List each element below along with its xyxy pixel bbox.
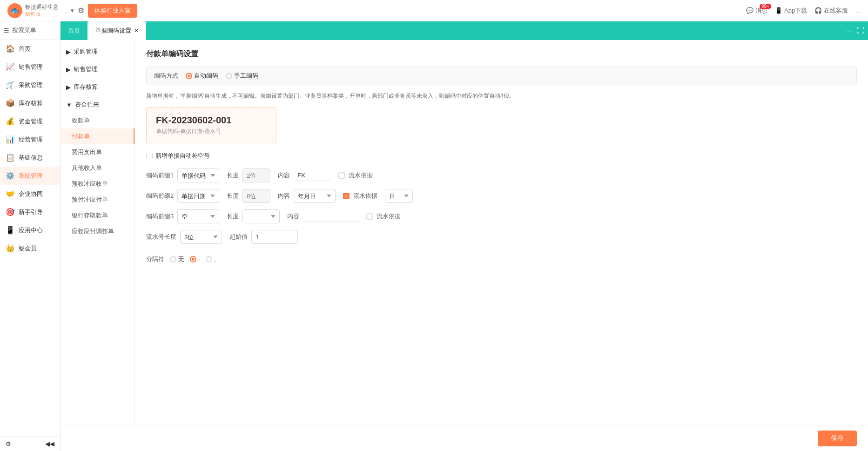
length2-field: 长度 <box>227 189 270 203</box>
sidebar-item-inventory[interactable]: 📦 库存核算 <box>0 94 60 112</box>
sidebar-item-newguide[interactable]: 🎯 新手引导 <box>0 203 60 221</box>
prefix1-select[interactable]: 单据代码 <box>177 168 219 182</box>
auto-encode-option[interactable]: 自动编码 <box>186 72 218 80</box>
tab-encoding[interactable]: 单据编码设置 ✕ <box>87 21 146 40</box>
header-right: 💬 消息 99+ 📱 App下载 🎧 在线客服 ... <box>746 7 861 15</box>
sub-group-purchase-title[interactable]: ▶ 采购管理 <box>61 44 135 60</box>
sidebar-collapse-icon[interactable]: ◀◀ <box>45 440 54 447</box>
sub-group-capital-title[interactable]: ▼ 资金往来 <box>61 97 135 113</box>
sub-item-receipt[interactable]: 收款单 <box>61 113 135 128</box>
sidebar-item-sales[interactable]: 📈 销售管理 <box>0 58 60 76</box>
sep-none-radio[interactable] <box>170 256 176 263</box>
message-icon: 💬 <box>746 7 754 14</box>
form-row-3: 编码前缀3 空 长度 内容 <box>146 209 857 223</box>
sub-group-inventory: ▶ 库存核算 <box>61 79 135 95</box>
watermark2-field: ✓ 流水依据 <box>343 192 377 200</box>
prefix1-field: 编码前缀1 单据代码 <box>146 168 219 182</box>
tab-close-icon[interactable]: ✕ <box>134 27 139 34</box>
sidebar-item-appcenter[interactable]: 📱 应用中心 <box>0 221 60 239</box>
content3-input[interactable] <box>303 211 359 222</box>
content1-label: 内容 <box>278 171 290 180</box>
sub-group-sales-title[interactable]: ▶ 销售管理 <box>61 61 135 77</box>
chevron-right-icon2: ▶ <box>66 66 71 73</box>
main-panel: 付款单编码设置 编码方式 自动编码 手工编码 <box>135 40 868 425</box>
code-preview-box: FK-20230602-001 单据代码-单据日期-流水号 <box>146 107 276 143</box>
sub-item-receivable-adjust[interactable]: 应收应付调整单 <box>61 223 135 239</box>
prefix2-label: 编码前缀2 <box>146 192 174 200</box>
save-button[interactable]: 保存 <box>818 431 857 446</box>
watermark1-checkbox[interactable] <box>338 172 345 179</box>
chevron-right-icon3: ▶ <box>66 84 71 91</box>
app-download-button[interactable]: 📱 App下载 <box>775 7 807 15</box>
start-value-input[interactable] <box>251 230 298 244</box>
enterprise-icon: 🤝 <box>6 189 15 198</box>
sidebar-item-home[interactable]: 🏠 首页 <box>0 40 60 58</box>
content2-select[interactable]: 年月日 <box>294 189 336 203</box>
sidebar-item-purchase[interactable]: 🛒 采购管理 <box>0 76 60 94</box>
length1-label: 长度 <box>227 171 239 180</box>
content3-field: 内容 <box>287 211 359 222</box>
newguide-icon: 🎯 <box>6 208 15 216</box>
manual-encode-option[interactable]: 手工编码 <box>226 72 258 80</box>
period2-select[interactable]: 日 月 年 <box>385 189 413 203</box>
online-service-button[interactable]: 🎧 在线客服 <box>814 7 848 15</box>
sidebar-item-enterprise[interactable]: 🤝 企业协同 <box>0 185 60 203</box>
tab-home[interactable]: 首页 <box>61 21 87 40</box>
watermark3-field: 流水依据 <box>366 212 401 221</box>
user-name[interactable]: ... <box>855 7 861 14</box>
service-icon: 🎧 <box>814 7 822 14</box>
watermark3-checkbox[interactable] <box>366 213 373 220</box>
member-icon: 👑 <box>6 244 15 253</box>
sub-item-advance-pay[interactable]: 预付冲应付单 <box>61 192 135 208</box>
length1-field: 长度 <box>227 168 270 182</box>
length1-input[interactable] <box>242 168 270 182</box>
auto-fill-label: 新增单据自动补空号 <box>155 152 210 160</box>
sidebar-item-base[interactable]: 📋 基础信息 <box>0 148 60 167</box>
sidebar-item-finance[interactable]: 💰 资金管理 <box>0 112 60 130</box>
auto-fill-checkbox[interactable] <box>146 153 153 159</box>
sep-dot-option[interactable]: . <box>206 256 216 263</box>
settings-icon[interactable]: ⚙ <box>78 6 84 15</box>
sep-dash-radio[interactable] <box>190 256 196 263</box>
prefix2-select[interactable]: 单据日期 <box>177 189 219 203</box>
length2-input[interactable] <box>242 189 270 203</box>
serial-row: 流水号长度 3位 4位 5位 6位 起始值 <box>146 230 857 244</box>
sidebar-settings-icon[interactable]: ⚙ <box>6 440 11 447</box>
prefix2-field: 编码前缀2 单据日期 <box>146 189 219 203</box>
length3-select[interactable] <box>242 209 280 223</box>
appcenter-icon: 📱 <box>6 226 15 235</box>
start-value-label: 起始值 <box>229 233 248 241</box>
watermark2-checkbox[interactable]: ✓ <box>343 193 350 199</box>
tab-minimize-icon[interactable]: — <box>846 27 853 35</box>
try-button[interactable]: 体验行业方案 <box>88 4 137 18</box>
page-title: 付款单编码设置 <box>146 49 857 59</box>
sub-item-payment[interactable]: 付款单 <box>61 128 135 144</box>
content1-field: 内容 <box>278 170 331 181</box>
tab-maximize-icon[interactable]: ⛶ <box>857 27 864 35</box>
form-row-2: 编码前缀2 单据日期 长度 内容 年月日 <box>146 189 857 203</box>
sidebar-item-operations[interactable]: 📊 经营管理 <box>0 130 60 148</box>
serial-length-select[interactable]: 3位 4位 5位 6位 <box>180 230 222 244</box>
sidebar-item-system[interactable]: ⚙️ 系统管理 <box>0 167 60 185</box>
finance-icon: 💰 <box>6 117 15 126</box>
sub-item-bank-deposit[interactable]: 银行存取款单 <box>61 208 135 223</box>
sep-dash-option[interactable]: - <box>190 256 200 263</box>
manual-encode-radio[interactable] <box>226 73 232 79</box>
main-area: 首页 单据编码设置 ✕ — ⛶ ▶ 采购管理 <box>61 21 868 451</box>
company-dropdown[interactable]: ... ▾ <box>64 7 74 14</box>
sub-group-inventory-title[interactable]: ▶ 库存核算 <box>61 79 135 95</box>
sub-item-advance-receive[interactable]: 预收冲应收单 <box>61 176 135 192</box>
search-menu-button[interactable]: ☰ 搜索菜单 <box>0 21 60 40</box>
message-button[interactable]: 💬 消息 99+ <box>746 7 767 15</box>
sidebar-item-member[interactable]: 👑 畅会员 <box>0 239 60 257</box>
auto-fill-row: 新增单据自动补空号 <box>146 152 857 160</box>
chevron-down-icon: ▼ <box>66 101 72 108</box>
auto-encode-radio[interactable] <box>186 73 192 79</box>
sep-none-option[interactable]: 无 <box>170 255 184 263</box>
sub-item-other-income[interactable]: 其他收入单 <box>61 160 135 176</box>
prefix3-select[interactable]: 空 <box>177 209 219 223</box>
header-mid: ... ▾ ⚙ 体验行业方案 <box>64 4 137 18</box>
sub-item-expense[interactable]: 费用支出单 <box>61 144 135 160</box>
sep-dot-radio[interactable] <box>206 256 212 263</box>
content1-input[interactable] <box>294 170 331 181</box>
